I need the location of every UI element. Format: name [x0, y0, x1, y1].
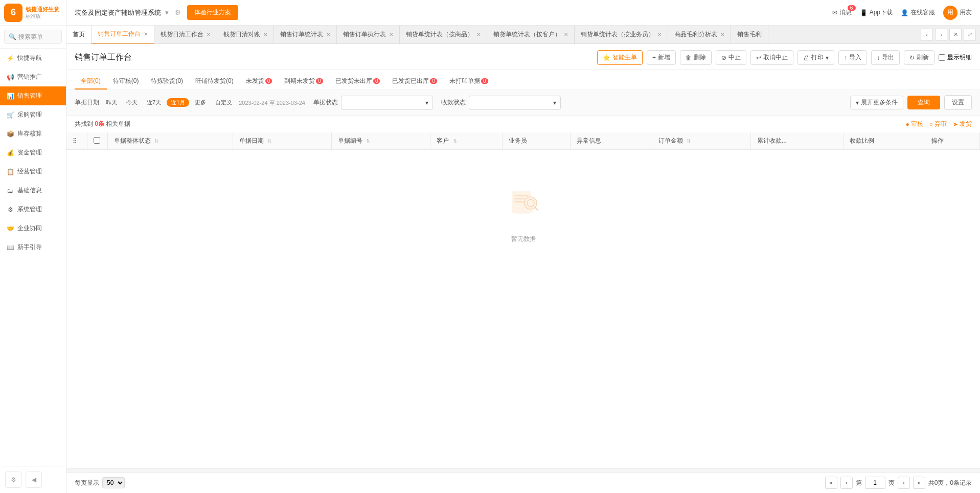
select-all-checkbox[interactable] — [94, 137, 100, 144]
tab-close-icon[interactable]: ✕ — [476, 32, 481, 37]
app-download-btn[interactable]: 📱 App下载 — [860, 8, 893, 17]
status-filter: 单据状态 ▾ — [313, 96, 433, 110]
sidebar-item-guide[interactable]: 📖 新手引导 — [0, 238, 66, 257]
page-input[interactable] — [865, 477, 885, 489]
tab-sales-product[interactable]: 销货单统计表（按商品） ✕ — [400, 26, 487, 44]
sub-tab-all[interactable]: 全部(0) — [75, 74, 107, 89]
first-page-btn[interactable]: « — [825, 477, 837, 489]
tab-sales-rate[interactable]: 销售毛利 — [731, 26, 768, 44]
tab-close-icon[interactable]: ✕ — [389, 32, 393, 37]
cancel-review-action-btn[interactable]: ○ 弃审 — [929, 120, 947, 128]
date-btn-1month[interactable]: 近1月 — [167, 98, 189, 107]
sub-tab-pending-review[interactable]: 待审核(0) — [107, 74, 145, 89]
date-btn-today[interactable]: 今天 — [123, 97, 141, 108]
expand-conditions-btn[interactable]: ▾ 展开更多条件 — [850, 96, 903, 109]
sidebar-item-basic-info[interactable]: 🗂 基础信息 — [0, 181, 66, 200]
delete-button[interactable]: 🗑 删除 — [680, 50, 712, 65]
tab-close-icon[interactable]: ✕ — [144, 31, 148, 37]
tab-sales-workbench[interactable]: 销售订单工作台 ✕ — [92, 26, 154, 44]
status-select[interactable]: ▾ — [341, 96, 433, 110]
sub-tab-shipped-not-out[interactable]: 已发货未出库0 — [329, 74, 386, 89]
tab-sales-stats[interactable]: 销售订单统计表 ✕ — [274, 26, 337, 44]
svg-rect-3 — [514, 198, 525, 199]
sidebar-item-enterprise[interactable]: 🤝 企业协同 — [0, 219, 66, 238]
sidebar-item-purchase[interactable]: 🛒 采购管理 — [0, 105, 66, 124]
tab-margin-analysis[interactable]: 商品毛利分析表 ✕ — [668, 26, 731, 44]
show-detail-checkbox[interactable] — [939, 54, 945, 61]
sidebar-settings-btn[interactable]: ⚙ — [5, 472, 21, 488]
cancel-suspend-button[interactable]: ↩ 取消中止 — [750, 50, 793, 65]
main-content: 装备及固定资产辅助管理系统 ▾ ⚙ 体验行业方案 ✉ 消息 6 📱 App下载 … — [66, 0, 980, 493]
tab-sales-customer[interactable]: 销货单统计表（按客户） ✕ — [487, 26, 575, 44]
message-btn[interactable]: ✉ 消息 6 — [832, 8, 852, 17]
import-button[interactable]: ↑ 导入 — [838, 50, 867, 65]
sidebar-item-inventory[interactable]: 📦 库存核算 — [0, 124, 66, 143]
payment-select[interactable]: ▾ — [469, 96, 561, 110]
tab-close-icon[interactable]: ✕ — [657, 32, 662, 37]
sub-tab-not-printed[interactable]: 未打印单据0 — [443, 74, 494, 89]
query-button[interactable]: 查询 — [907, 96, 940, 109]
sidebar-item-finance[interactable]: 💰 资金管理 — [0, 143, 66, 162]
date-btn-7days[interactable]: 近7天 — [143, 97, 165, 108]
ai-generate-button[interactable]: ⭐ 智能生单 — [597, 50, 643, 65]
tab-close-all-btn[interactable]: ✕ — [949, 29, 962, 41]
print-button[interactable]: 🖨 打印 ▾ — [797, 50, 834, 65]
th-checkbox[interactable] — [87, 132, 107, 150]
gear-icon[interactable]: ⚙ — [175, 9, 181, 16]
date-btn-yesterday[interactable]: 昨天 — [102, 97, 121, 108]
tab-cash-reconcile[interactable]: 钱货日清对账 ✕ — [217, 26, 274, 44]
user-area[interactable]: 用 用友 — [943, 6, 972, 20]
th-employee: 业务员 — [502, 132, 570, 150]
tab-label: 钱货日清工作台 — [161, 30, 203, 39]
tab-home[interactable]: 首页 — [66, 26, 92, 44]
sub-tab-overdue-not-ship[interactable]: 到期未发货0 — [278, 74, 329, 89]
export-button[interactable]: ↓ 导出 — [871, 50, 900, 65]
sidebar-item-marketing[interactable]: 📢 营销推广 — [0, 68, 66, 86]
date-btn-more[interactable]: 更多 — [191, 97, 210, 108]
sidebar-item-quick-nav[interactable]: ⚡ 快捷导航 — [0, 49, 66, 68]
suspend-button[interactable]: ⊘ 中止 — [716, 50, 746, 65]
tab-close-icon[interactable]: ✕ — [263, 32, 267, 37]
basic-info-icon: 🗂 — [6, 187, 14, 195]
add-button[interactable]: + 新增 — [647, 50, 676, 65]
sub-tab-shipped-out[interactable]: 已发货已出库0 — [386, 74, 443, 89]
tab-sales-employee[interactable]: 销货单统计表（按业务员） ✕ — [575, 26, 668, 44]
solution-button[interactable]: 体验行业方案 — [187, 5, 238, 20]
topbar-right: ✉ 消息 6 📱 App下载 👤 在线客服 用 用友 — [832, 6, 972, 20]
sidebar-item-sales[interactable]: 📊 销售管理 — [0, 86, 66, 105]
th-payment-ratio: 收款比例 — [844, 132, 925, 150]
sidebar-collapse-btn[interactable]: ◀ — [26, 472, 42, 488]
tab-prev-btn[interactable]: ‹ — [921, 29, 933, 41]
tab-close-icon[interactable]: ✕ — [564, 32, 568, 37]
prev-page-btn[interactable]: ‹ — [840, 477, 853, 489]
tab-cash-daily[interactable]: 钱货日清工作台 ✕ — [154, 26, 217, 44]
sub-tab-not-shipped[interactable]: 未发货0 — [240, 74, 279, 89]
tab-sales-exec[interactable]: 销售订单执行表 ✕ — [337, 26, 400, 44]
ship-action-btn[interactable]: ➤ 发货 — [953, 120, 972, 128]
sidebar-item-system[interactable]: ⚙ 系统管理 — [0, 200, 66, 219]
review-action-btn[interactable]: ● 审核 — [906, 120, 923, 128]
online-service-btn[interactable]: 👤 在线客服 — [901, 8, 935, 17]
refresh-button[interactable]: ↻ 刷新 — [904, 50, 935, 65]
setting-button[interactable]: 设置 — [944, 95, 972, 110]
tab-close-icon[interactable]: ✕ — [720, 32, 724, 37]
service-icon: 👤 — [901, 9, 908, 16]
date-btn-custom[interactable]: 自定义 — [212, 97, 236, 108]
page-size-select[interactable]: 50 — [102, 477, 125, 488]
show-detail-label[interactable]: 显示明细 — [939, 53, 972, 62]
horizontal-scrollbar[interactable] — [66, 468, 980, 472]
purchase-icon: 🛒 — [6, 111, 14, 119]
tab-close-icon[interactable]: ✕ — [326, 32, 330, 37]
tab-close-icon[interactable]: ✕ — [207, 32, 211, 37]
th-drag: ⠿ — [66, 132, 87, 150]
sidebar-item-operations[interactable]: 📋 经营管理 — [0, 162, 66, 181]
next-page-btn[interactable]: › — [898, 477, 910, 489]
sub-tab-pending-check[interactable]: 待拣验货(0) — [145, 74, 189, 89]
tab-next-btn[interactable]: › — [935, 29, 947, 41]
tab-fullscreen-btn[interactable]: ⤢ — [964, 29, 976, 41]
sort-icon: ⇅ — [267, 138, 271, 144]
last-page-btn[interactable]: » — [913, 477, 925, 489]
sub-tab-wangpu-deliver[interactable]: 旺铺待发货(0) — [189, 74, 240, 89]
sidebar-search-btn[interactable]: 🔍 搜索菜单 — [4, 30, 62, 44]
sales-icon: 📊 — [6, 92, 14, 100]
